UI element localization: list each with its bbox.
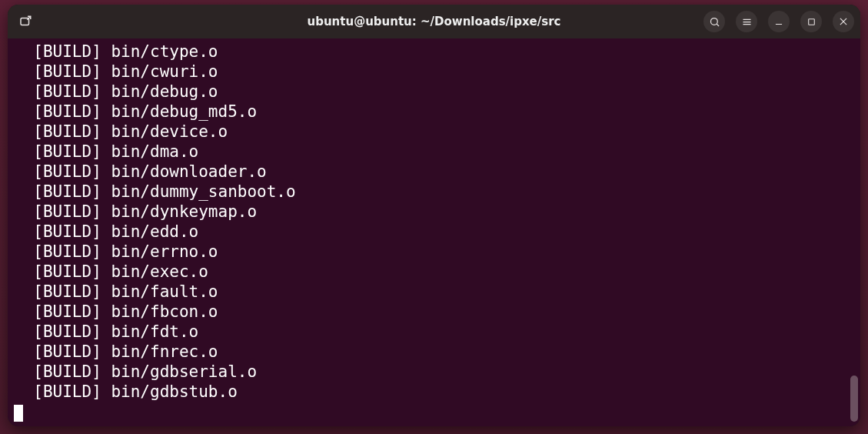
terminal-window: ubuntu@ubuntu: ~/Downloads/ipxe/src [8, 5, 860, 426]
close-button[interactable] [833, 11, 854, 32]
new-tab-button[interactable] [14, 10, 37, 33]
terminal-line: [BUILD] bin/debug.o [14, 82, 860, 102]
terminal-line: [BUILD] bin/fault.o [14, 282, 860, 302]
terminal-line: [BUILD] bin/ctype.o [14, 42, 860, 62]
minimize-button[interactable] [768, 11, 790, 32]
terminal-line: [BUILD] bin/downloader.o [14, 162, 860, 182]
terminal-cursor-line[interactable] [14, 402, 860, 422]
terminal-line: [BUILD] bin/dma.o [14, 142, 860, 162]
terminal-line: [BUILD] bin/fbcon.o [14, 302, 860, 322]
new-tab-icon [18, 15, 32, 28]
terminal-line: [BUILD] bin/exec.o [14, 262, 860, 282]
hamburger-menu-button[interactable] [736, 11, 757, 32]
hamburger-menu-icon [741, 16, 753, 28]
terminal-line: [BUILD] bin/device.o [14, 122, 860, 142]
svg-point-1 [710, 18, 717, 25]
close-icon [838, 16, 849, 27]
terminal-line: [BUILD] bin/dummy_sanboot.o [14, 182, 860, 202]
svg-line-2 [717, 24, 719, 26]
terminal-line: [BUILD] bin/gdbstub.o [14, 382, 860, 402]
terminal-line: [BUILD] bin/fnrec.o [14, 342, 860, 362]
search-icon [709, 16, 720, 28]
terminal-line: [BUILD] bin/fdt.o [14, 322, 860, 342]
minimize-icon [773, 16, 784, 27]
desktop-background: ubuntu@ubuntu: ~/Downloads/ipxe/src [0, 0, 868, 434]
terminal-line: [BUILD] bin/edd.o [14, 222, 860, 242]
maximize-button[interactable] [800, 11, 822, 32]
terminal-line: [BUILD] bin/cwuri.o [14, 62, 860, 82]
titlebar[interactable]: ubuntu@ubuntu: ~/Downloads/ipxe/src [8, 5, 860, 38]
terminal-output[interactable]: [BUILD] bin/ctype.o [BUILD] bin/cwuri.o … [8, 38, 860, 426]
scrollbar[interactable] [850, 38, 858, 422]
scrollbar-thumb[interactable] [850, 376, 858, 422]
cursor [14, 405, 23, 422]
terminal-line: [BUILD] bin/errno.o [14, 242, 860, 262]
terminal-line: [BUILD] bin/debug_md5.o [14, 102, 860, 122]
svg-rect-7 [808, 18, 814, 25]
terminal-line: [BUILD] bin/gdbserial.o [14, 362, 860, 382]
maximize-icon [806, 17, 816, 27]
search-button[interactable] [703, 11, 725, 32]
terminal-line: [BUILD] bin/dynkeymap.o [14, 202, 860, 222]
